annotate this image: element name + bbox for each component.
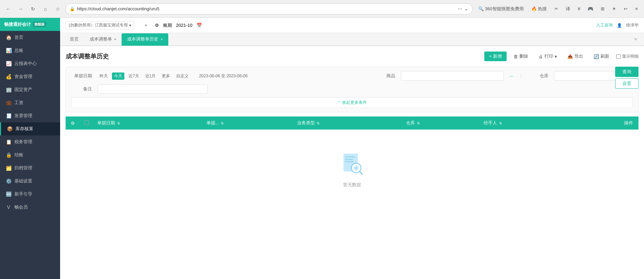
th-handler[interactable]: 经手人 ⇅ <box>479 116 573 130</box>
th-date-sort-icon[interactable]: ⇅ <box>117 121 120 125</box>
th-doc-sort-icon[interactable]: ⇅ <box>221 121 224 125</box>
th-date[interactable]: 单据日期 ⇅ <box>93 116 202 130</box>
query-btn[interactable]: 查询 <box>615 67 639 77</box>
tab-cost-adjust[interactable]: 成本调整单 × <box>84 33 122 46</box>
sidebar-item-invoice[interactable]: 🧾 发票管理 <box>0 109 60 122</box>
tab-cost-adjust-label: 成本调整单 <box>90 36 112 42</box>
export-btn[interactable]: 📤 导出 <box>564 52 587 61</box>
th-handler-sort-icon[interactable]: ⇅ <box>499 121 502 125</box>
goods-more-icon[interactable]: ⋯ <box>509 74 514 79</box>
print-label: 打印 <box>544 53 553 59</box>
sidebar-item-reports[interactable]: 📈 云报表中心 <box>0 57 60 70</box>
sidebar-item-label: 新手引导 <box>14 191 32 197</box>
th-settings[interactable]: ⚙ <box>66 116 80 130</box>
remark-filter-label: 备注 <box>71 86 92 92</box>
sidebar-item-vip[interactable]: V 畅会员 <box>0 201 60 214</box>
page-close-all-btn[interactable]: × <box>632 36 640 42</box>
date-filter-label: 单据日期 <box>71 73 92 79</box>
wallet-btn[interactable]: ¥ <box>575 5 583 13</box>
tab-home-label: 首页 <box>70 36 79 42</box>
tab-cost-adjust-close[interactable]: × <box>114 37 116 41</box>
address-bar[interactable]: 🔒 https://cloud.chanjet.com/accounting/u… <box>65 3 473 14</box>
display-toggle-checkbox[interactable] <box>616 54 621 59</box>
divider1 <box>521 74 521 78</box>
theme-btn[interactable]: ☀ <box>609 5 619 13</box>
sidebar-item-close-period[interactable]: 🔒 结账 <box>0 148 60 161</box>
column-settings-icon[interactable]: ⚙ <box>70 120 76 126</box>
sidebar-item-archive[interactable]: 🗂️ 归档管理 <box>0 161 60 175</box>
refresh-btn[interactable]: 🔄 刷新 <box>590 52 613 61</box>
grid-btn[interactable]: ⊞ <box>598 5 607 13</box>
remark-filter-input[interactable] <box>98 84 207 94</box>
back-button[interactable]: ← <box>3 4 13 14</box>
dropdown-icon: ⋯ <box>458 6 462 11</box>
sidebar-item-funds[interactable]: 💰 资金管理 <box>0 70 60 83</box>
sidebar-item-home[interactable]: 🏠 首页 <box>0 31 60 44</box>
hot-search-btn[interactable]: 🔥 热搜 <box>529 4 550 13</box>
th-checkbox[interactable] <box>80 116 93 130</box>
tab-home[interactable]: 首页 <box>64 33 84 46</box>
sidebar-item-assets[interactable]: 🏢 固定资产 <box>0 83 60 96</box>
th-warehouse-sort-icon[interactable]: ⇅ <box>417 121 420 125</box>
search-tool-btn[interactable]: 🔍 360智能抠图免费用 <box>475 4 526 13</box>
top-bar-middle: + ⚙ 账期 2021-10 📅 <box>141 21 596 30</box>
period-label: 账期 <box>163 22 172 29</box>
undo-btn[interactable]: ↩ <box>621 5 630 13</box>
sidebar-item-label: 首页 <box>14 34 23 41</box>
scissors-btn[interactable]: ✂ <box>552 5 561 13</box>
collapse-bar[interactable]: ⌃ 收起更多条件 <box>71 97 633 108</box>
sidebar-item-ledger[interactable]: 📊 总账 <box>0 44 60 57</box>
shortcut-more[interactable]: 更多 <box>160 72 172 80</box>
print-arrow: ▾ <box>555 54 557 59</box>
new-btn[interactable]: + 新增 <box>484 52 507 61</box>
th-biz-sort-icon[interactable]: ⇅ <box>317 121 319 125</box>
print-btn[interactable]: 🖨 打印 ▾ <box>535 52 561 61</box>
settings-wheel-icon: ⚙ <box>155 23 159 28</box>
sidebar-item-guide[interactable]: 🆕 新手引导 <box>0 188 60 201</box>
forward-button[interactable]: → <box>16 4 25 14</box>
th-biz-type[interactable]: 业务类型 ⇅ <box>293 116 402 130</box>
tab-cost-adjust-history-label: 成本调整单历史 <box>127 36 158 42</box>
ledger-icon: 📊 <box>5 48 12 53</box>
sidebar-item-tax[interactable]: 📋 税务管理 <box>0 135 60 148</box>
sidebar-item-salary[interactable]: 💼 工资 <box>0 96 60 109</box>
goods-filter-input[interactable] <box>401 71 504 81</box>
collapse-arrow-icon: ⌃ <box>337 100 341 105</box>
add-company-btn[interactable]: + <box>141 21 151 30</box>
th-doc-no[interactable]: 单据... ⇅ <box>202 116 293 130</box>
shortcut-yesterday[interactable]: 昨天 <box>98 72 110 80</box>
sidebar-logo: 畅捷通好会计 旗舰版 <box>0 18 60 31</box>
logo-text: 畅捷通好会计 <box>4 21 31 27</box>
company-selector[interactable]: (勿删勿禁用）江西服宝测试专用 ▾ <box>66 21 134 30</box>
guide-icon: 🆕 <box>5 191 12 197</box>
delete-btn[interactable]: 🗑 删除 <box>510 52 532 61</box>
translate-btn[interactable]: 译 <box>563 4 573 13</box>
th-warehouse[interactable]: 仓库 ⇅ <box>402 116 479 130</box>
sidebar-item-settings[interactable]: ⚙️ 基础设置 <box>0 175 60 188</box>
export-icon: 📤 <box>567 54 573 59</box>
main-content: (勿删勿禁用）江西服宝测试专用 ▾ + ⚙ 账期 2021-10 📅 人工咨询 … <box>60 18 644 279</box>
th-doc-no-label: 单据... <box>206 120 219 125</box>
menu-btn[interactable]: ≡ <box>632 5 641 13</box>
bookmark-button[interactable]: ☆ <box>53 4 63 14</box>
page-actions: + 新增 🗑 删除 🖨 打印 ▾ 📤 导出 🔄 <box>484 52 639 61</box>
game-btn[interactable]: 🎮 <box>585 5 596 13</box>
svg-rect-3 <box>345 161 354 162</box>
close-period-icon: 🔒 <box>5 152 12 158</box>
help-btn[interactable]: 人工咨询 <box>596 22 613 28</box>
select-all-checkbox[interactable] <box>84 120 89 125</box>
assets-icon: 🏢 <box>5 87 12 92</box>
refresh-button[interactable]: ↻ <box>28 4 38 14</box>
shortcut-custom[interactable]: 自定义 <box>174 72 191 80</box>
tab-cost-adjust-history[interactable]: 成本调整单历史 × <box>122 33 168 46</box>
shortcut-today[interactable]: 今天 <box>112 72 124 80</box>
home-button[interactable]: ⌂ <box>41 4 50 14</box>
warehouse-filter-input[interactable] <box>554 71 623 81</box>
setting-btn[interactable]: 设置 <box>615 78 639 89</box>
sidebar-item-inventory[interactable]: 📦 库存核算 <box>0 122 60 135</box>
salary-icon: 💼 <box>5 100 12 105</box>
shortcut-7days[interactable]: 近7天 <box>126 72 141 80</box>
shortcut-1month[interactable]: 近1月 <box>143 72 158 80</box>
tab-cost-adjust-history-close[interactable]: × <box>160 37 162 41</box>
display-toggle[interactable]: 显示明细 <box>616 54 639 59</box>
